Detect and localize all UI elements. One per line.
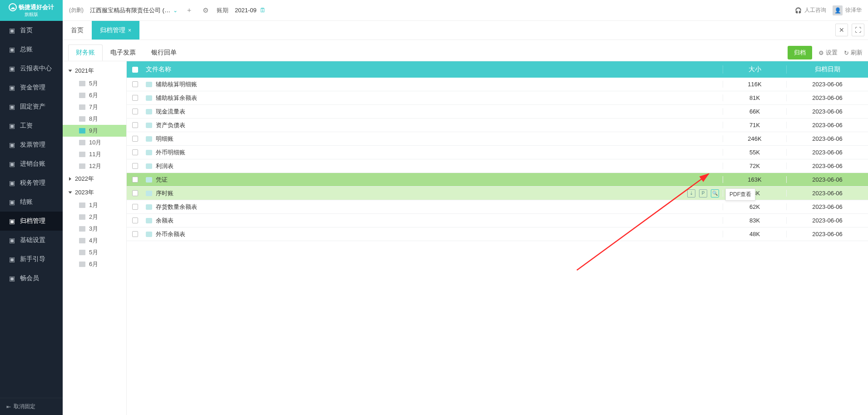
table-row[interactable]: 辅助核算余额表81K2023-06-06 <box>127 91 868 105</box>
sidebar-item-12[interactable]: ▣新手引导 <box>0 250 63 269</box>
fullscreen-button[interactable]: ⛶ <box>852 24 864 36</box>
row-checkbox[interactable] <box>132 149 138 155</box>
tree-month-0-1[interactable]: 6月 <box>63 89 126 101</box>
tree-month-2-2[interactable]: 3月 <box>63 223 126 235</box>
tree-month-2-1[interactable]: 2月 <box>63 211 126 223</box>
table-row[interactable]: 资产负债表71K2023-06-06 <box>127 119 868 132</box>
table-row[interactable]: 辅助核算明细账116K2023-06-06 <box>127 78 868 91</box>
row-checkbox[interactable] <box>132 81 138 87</box>
row-checkbox[interactable] <box>132 190 138 196</box>
pin-icon: ⇤ <box>6 404 11 410</box>
tree-month-2-5[interactable]: 6月 <box>63 258 126 270</box>
sidebar-item-7[interactable]: ▣进销台账 <box>0 154 63 173</box>
sidebar-item-8[interactable]: ▣税务管理 <box>0 173 63 193</box>
sidebar-item-11[interactable]: ▣基础设置 <box>0 231 63 250</box>
settings-top-icon[interactable]: ⚙ <box>201 5 210 16</box>
page-tab-1[interactable]: 归档管理× <box>92 21 139 40</box>
row-checkbox[interactable] <box>132 136 138 142</box>
row-checkbox[interactable] <box>132 217 138 223</box>
gear-icon: ▣ <box>8 237 15 244</box>
tree-month-0-5[interactable]: 10月 <box>63 137 126 148</box>
file-size: 66K <box>723 108 786 115</box>
tree-month-0-6[interactable]: 11月 <box>63 148 126 160</box>
tree-month-2-4[interactable]: 5月 <box>63 247 126 258</box>
sidebar-item-9[interactable]: ▣结账 <box>0 193 63 212</box>
row-checkbox[interactable] <box>132 204 138 210</box>
close-tab-button[interactable]: ✕ <box>835 24 848 36</box>
tree-year-1[interactable]: 2022年 <box>63 172 126 186</box>
close-icon[interactable]: × <box>128 27 131 34</box>
row-checkbox[interactable] <box>132 177 138 183</box>
folder-icon <box>79 226 85 232</box>
sub-tabs: 财务账电子发票银行回单 归档 ⚙ 设置 ↻ 刷新 <box>63 44 868 61</box>
tree-month-0-0[interactable]: 5月 <box>63 78 126 89</box>
user-menu[interactable]: 👤 徐泽华 <box>833 5 862 15</box>
pdf-icon[interactable]: P <box>699 189 707 198</box>
inventory-icon: ▣ <box>8 160 15 168</box>
sidebar-item-5[interactable]: ▣工资 <box>0 116 63 135</box>
tree-year-0[interactable]: 2021年 <box>63 64 126 78</box>
table-row[interactable]: 现金流量表66K2023-06-06 <box>127 105 868 119</box>
folder-icon <box>79 93 85 98</box>
table-row[interactable]: 凭证163K2023-06-06 <box>127 173 868 187</box>
file-icon <box>146 109 152 114</box>
sidebar-item-10[interactable]: ▣归档管理 <box>0 212 63 231</box>
tree-month-0-3[interactable]: 8月 <box>63 113 126 125</box>
tree-month-2-3[interactable]: 4月 <box>63 235 126 247</box>
cloud-icon: ☁ <box>9 3 17 11</box>
sub-tab-1[interactable]: 电子发票 <box>103 44 144 61</box>
sidebar-item-0[interactable]: ▣首页 <box>0 21 63 40</box>
settings-link[interactable]: ⚙ 设置 <box>818 49 838 57</box>
file-name: 外币明细账 <box>156 148 185 157</box>
period-picker[interactable]: 2021-09 🗓 <box>235 7 266 14</box>
sidebar-item-1[interactable]: ▣总账 <box>0 40 63 59</box>
tree-month-0-7[interactable]: 12月 <box>63 160 126 172</box>
file-size: 83K <box>723 217 786 224</box>
table-row[interactable]: 外币明细账55K2023-06-06 <box>127 146 868 159</box>
select-all-checkbox[interactable] <box>132 67 138 73</box>
sidebar-item-6[interactable]: ▣发票管理 <box>0 135 63 154</box>
vip-icon: ▣ <box>8 275 15 282</box>
table-row[interactable]: 明细账246K2023-06-06 <box>127 132 868 146</box>
company-selector[interactable]: 江西服宝精品有限责任公司 (… ⌄ <box>90 6 178 15</box>
tax-icon: ▣ <box>8 179 15 187</box>
page-tab-0[interactable]: 首页 <box>63 21 92 40</box>
table-header: 文件名称 大小 归档日期 <box>127 61 868 78</box>
table-row[interactable]: 外币余额表48K2023-06-06 <box>127 227 868 241</box>
sidebar-item-2[interactable]: ▣云报表中心 <box>0 59 63 78</box>
sidebar-item-4[interactable]: ▣固定资产 <box>0 97 63 116</box>
tree-year-2[interactable]: 2023年 <box>63 186 126 199</box>
sub-tab-0[interactable]: 财务账 <box>68 44 103 61</box>
tree-month-0-2[interactable]: 7月 <box>63 101 126 113</box>
file-icon <box>146 204 152 210</box>
sub-tab-2[interactable]: 银行回单 <box>144 44 184 61</box>
home-icon: ▣ <box>8 27 15 34</box>
table-row[interactable]: 余额表83K2023-06-06 <box>127 214 868 227</box>
row-checkbox[interactable] <box>132 122 138 128</box>
download-icon[interactable]: ⇣ <box>687 189 695 198</box>
row-checkbox[interactable] <box>132 163 138 169</box>
file-icon <box>146 177 152 183</box>
folder-icon <box>79 104 85 110</box>
sidebar-item-13[interactable]: ▣畅会员 <box>0 269 63 288</box>
tree-month-0-4[interactable]: 9月 <box>63 125 126 137</box>
sidebar-item-label: 总账 <box>20 45 33 54</box>
tree-month-2-0[interactable]: 1月 <box>63 199 126 211</box>
add-button[interactable]: ＋ <box>184 4 194 16</box>
human-consult[interactable]: 🎧 人工咨询 <box>795 6 826 14</box>
file-size: 81K <box>723 94 786 101</box>
archive-button[interactable]: 归档 <box>788 46 812 59</box>
refresh-link[interactable]: ↻ 刷新 <box>844 49 863 57</box>
table-row[interactable]: 利润表72K2023-06-06 <box>127 159 868 173</box>
table-row[interactable]: 序时账⇣P🔍PDF查看13K2023-06-06 <box>127 187 868 200</box>
sidebar-unpin[interactable]: ⇤ 取消固定 <box>0 398 63 415</box>
row-checkbox[interactable] <box>132 109 138 114</box>
row-checkbox[interactable] <box>132 95 138 101</box>
folder-icon <box>79 152 85 157</box>
table-row[interactable]: 存货数量余额表62K2023-06-06 <box>127 200 868 214</box>
tree-month-label: 5月 <box>89 79 98 88</box>
row-checkbox[interactable] <box>132 231 138 237</box>
view-pdf-icon[interactable]: 🔍 <box>711 189 719 198</box>
file-size: 246K <box>723 135 786 142</box>
sidebar-item-3[interactable]: ▣资金管理 <box>0 78 63 97</box>
